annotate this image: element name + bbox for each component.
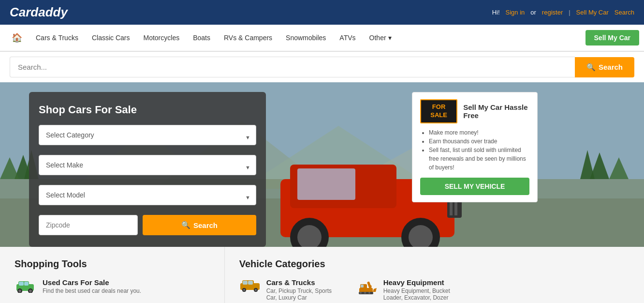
sign-in-link[interactable]: Sign in [506,9,525,16]
sidebar-item-rvs-campers[interactable]: RVs & Campers [217,26,279,49]
model-select[interactable]: Select Model [39,185,256,205]
shopping-tools-title: Shopping Tools [15,258,210,270]
main-search-button[interactable]: 🔍 Search [575,57,634,77]
sidebar-item-boats[interactable]: Boats [186,26,217,49]
nav-classic-cars-label: Classic Cars [92,34,130,42]
for-sale-promo: FOR SALE Sell My Car Hassle Free Make mo… [412,92,538,202]
svg-point-31 [29,289,32,292]
cars-trucks-icon [239,278,261,295]
nav-snowmobiles-label: Snowmobiles [286,34,326,42]
zipcode-input[interactable] [39,215,138,235]
heavy-equipment-category: Heavy Equipment Heavy Equipment, Bucket … [358,278,461,301]
cars-trucks-category: Cars & Trucks Car, Pickup Truck, Sports … [239,278,344,301]
shop-search-label: Search [193,221,218,229]
category-select-wrapper: Select Category [39,125,256,150]
top-sell-my-car-link[interactable]: Sell My Car [576,9,609,16]
model-select-wrapper: Select Model [39,185,256,210]
greeting-text: Hi! [492,9,500,16]
search-button-label: Search [599,63,623,71]
nav-boats-label: Boats [193,34,210,42]
make-select[interactable]: Select Make [39,155,256,175]
register-link[interactable]: register [542,9,563,16]
svg-rect-27 [24,282,29,286]
nav-other-label: Other [369,34,386,42]
shop-panel-title: Shop Cars For Sale [39,104,256,116]
or-text: or [530,9,536,16]
bottom-section: Shopping Tools Used Cars For Sale Find t… [0,247,644,303]
used-cars-title: Used Cars For Sale [43,278,141,287]
shop-panel: Shop Cars For Sale Select Category Selec… [29,92,266,247]
category-items: Cars & Trucks Car, Pickup Truck, Sports … [239,278,629,301]
shop-bottom-row: 🔍 Search [39,215,256,235]
search-input[interactable] [10,57,575,77]
search-icon: 🔍 [181,221,190,229]
shop-search-button[interactable]: 🔍 Search [143,215,256,235]
sell-my-car-nav-button[interactable]: Sell My Car [585,30,639,45]
svg-rect-42 [361,285,364,288]
heavy-equipment-cat-desc: Heavy Equipment, Bucket Loader, Excavato… [383,288,461,301]
hero-section: Shop Cars For Sale Select Category Selec… [0,82,644,247]
svg-point-29 [18,289,21,292]
sidebar-item-atvs[interactable]: ATVs [333,26,362,49]
nav-cars-trucks-label: Cars & Trucks [36,34,78,42]
logo: Cardaddy [10,5,68,20]
bullet-3: Sell fast, list until sold with unlimite… [429,146,529,172]
home-icon: 🏠 [12,32,22,43]
svg-point-37 [243,289,245,291]
sidebar-item-other[interactable]: Other ▾ [363,26,398,49]
chevron-down-icon: ▾ [388,34,392,42]
nav-motorcycles-label: Motorcycles [143,34,179,42]
top-bar-right: Hi! Sign in or register | Sell My Car Se… [492,9,634,16]
sidebar-item-snowmobiles[interactable]: Snowmobiles [279,26,333,49]
bullet-1: Make more money! [429,128,529,137]
vehicle-categories-title: Vehicle Categories [239,258,629,270]
svg-rect-34 [243,281,248,285]
shopping-tools-panel: Shopping Tools Used Cars For Sale Find t… [0,247,225,303]
divider: | [569,9,570,16]
category-select[interactable]: Select Category [39,125,256,145]
svg-rect-26 [19,282,24,286]
sell-vehicle-button[interactable]: SELL MY VEHICLE [420,178,529,195]
top-bar: Cardaddy Hi! Sign in or register | Sell … [0,0,644,25]
for-sale-sign: FOR SALE [420,99,457,123]
svg-point-39 [254,289,257,291]
search-icon: 🔍 [586,63,596,72]
used-cars-tool: Used Cars For Sale Find the best used ca… [15,278,210,297]
vehicle-categories-panel: Vehicle Categories Cars & [225,247,644,303]
used-cars-desc: Find the best used car deals near you. [43,288,141,294]
for-sale-bullets: Make more money! Earn thousands over tra… [420,128,529,172]
make-select-wrapper: Select Make [39,155,256,180]
svg-rect-35 [248,281,253,285]
nav-atvs-label: ATVs [339,34,355,42]
car-icon [15,278,36,297]
for-sale-title: Sell My Car Hassle Free [463,103,529,120]
sidebar-item-motorcycles[interactable]: Motorcycles [136,26,186,49]
cars-trucks-cat-desc: Car, Pickup Truck, Sports Car, Luxury Ca… [266,288,344,301]
svg-point-49 [368,292,370,294]
sidebar-item-cars-trucks[interactable]: Cars & Trucks [29,26,85,49]
search-bar: 🔍 Search [0,52,644,82]
nav-home[interactable]: 🏠 [5,25,29,51]
heavy-equipment-cat-title: Heavy Equipment [383,278,461,287]
cars-trucks-cat-title: Cars & Trucks [266,278,344,287]
for-sale-header: FOR SALE Sell My Car Hassle Free [420,99,529,123]
used-cars-text: Used Cars For Sale Find the best used ca… [43,278,141,294]
sidebar-item-classic-cars[interactable]: Classic Cars [85,26,137,49]
heavy-equipment-cat-text: Heavy Equipment Heavy Equipment, Bucket … [383,278,461,301]
svg-marker-45 [373,288,377,292]
top-search-link[interactable]: Search [615,9,634,16]
cars-trucks-cat-text: Cars & Trucks Car, Pickup Truck, Sports … [266,278,344,301]
nav-rvs-campers-label: RVs & Campers [224,34,272,42]
nav-bar: 🏠 Cars & Trucks Classic Cars Motorcycles… [0,25,644,52]
svg-point-47 [360,292,362,294]
excavator-icon [358,278,378,298]
svg-rect-19 [297,168,355,200]
svg-point-48 [364,292,366,294]
bullet-2: Earn thousands over trade [429,137,529,146]
